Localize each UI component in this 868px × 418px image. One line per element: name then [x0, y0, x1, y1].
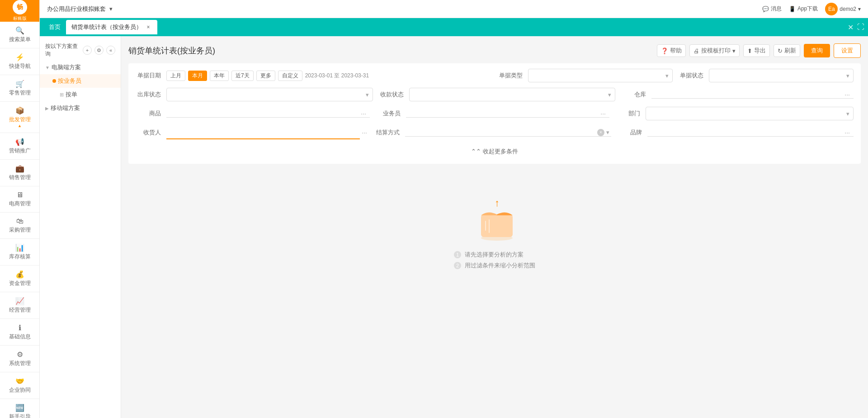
tree-child-by-staff[interactable]: 按业务员	[40, 74, 121, 88]
staff-dots-btn[interactable]: ···	[599, 110, 608, 117]
receiver-field-area: ···	[166, 126, 369, 139]
filter-row-4: 收货人 ··· 结算方式 × ▾ 品牌 ···	[136, 126, 854, 139]
filter-row-3: 商品 ··· 业务员 ··· 部门 ▾	[136, 107, 854, 120]
date-last-month-btn[interactable]: 上月	[166, 71, 185, 81]
tab-home-label: 首页	[49, 23, 61, 31]
sidebar-item-label: 采购管理	[2, 226, 38, 234]
empty-tips: 1 请先选择要分析的方案 2 用过滤条件来缩小分析范围	[454, 251, 535, 270]
receiver-dots-btn[interactable]: ···	[360, 129, 369, 136]
warehouse-dots-btn[interactable]: ···	[843, 91, 852, 98]
dept-select[interactable]: ▾	[646, 107, 854, 120]
tab-sales-stat-label: 销货单统计表（按业务员）	[71, 23, 142, 31]
breadcrumb-text: 办公用品行业模拟账套	[47, 5, 106, 13]
settlement-label: 结算方式	[374, 128, 400, 137]
sidebar-item-label: 营销推广	[2, 147, 38, 155]
sidebar-item-newguide[interactable]: 🆕 新手引导	[0, 399, 40, 418]
sidebar: 畅 标账版 🔍 搜索菜单 ⚡ 快捷导航 🛒 零售管理 📦 批发管理 ▲ 📢 营销…	[0, 0, 40, 418]
date-more-btn[interactable]: 更多	[256, 71, 275, 81]
collapse-panel-btn[interactable]: «	[106, 46, 115, 55]
help-btn[interactable]: ❓ 帮助	[657, 44, 686, 57]
tab-home[interactable]: 首页	[43, 20, 66, 34]
collapse-btn[interactable]: ⌃⌃ 收起更多条件	[136, 145, 854, 158]
doc-status-label: 单据状态	[678, 71, 703, 80]
settings-scheme-btn[interactable]: ⚙	[94, 46, 104, 55]
sidebar-item-purchase[interactable]: 🛍 采购管理	[0, 213, 40, 239]
add-scheme-btn[interactable]: +	[83, 46, 92, 55]
receipt-status-select[interactable]: ▾	[409, 88, 616, 101]
grid-icon: ⊞	[60, 92, 64, 98]
search-nav-icon: 🔍	[2, 26, 38, 35]
query-btn[interactable]: 查询	[804, 44, 830, 57]
date-this-month-btn[interactable]: 本月	[188, 71, 207, 81]
tab-sales-stat[interactable]: 销货单统计表（按业务员） ×	[66, 20, 157, 34]
sidebar-item-marketing[interactable]: 📢 营销推广	[0, 133, 40, 160]
goods-field-area: ···	[166, 110, 370, 118]
breadcrumb-dropdown[interactable]: ▾	[109, 5, 113, 12]
user-area[interactable]: Ea demo2 ▾	[825, 3, 861, 15]
goods-dots-btn[interactable]: ···	[359, 110, 368, 117]
marketing-icon: 📢	[2, 138, 38, 146]
settings-btn[interactable]: 设置	[834, 43, 861, 58]
refresh-btn[interactable]: ↻ 刷新	[774, 44, 800, 57]
sidebar-item-quicknav[interactable]: ⚡ 快捷导航	[0, 48, 40, 75]
settlement-field-area: × ▾	[405, 129, 611, 137]
empty-tip-1-text: 请先选择要分析的方案	[465, 251, 524, 259]
doc-type-select[interactable]: ▾	[528, 69, 673, 82]
sidebar-item-retail[interactable]: 🛒 零售管理	[0, 75, 40, 102]
logo-icon: 畅	[13, 0, 27, 14]
brand-field-area: ···	[647, 129, 854, 137]
date-this-year-btn[interactable]: 本年	[210, 71, 229, 81]
date-label: 单据日期	[136, 71, 161, 80]
tab-maximize-icon[interactable]: ⛶	[857, 23, 864, 31]
tab-close-window-icon[interactable]: ✕	[848, 23, 854, 32]
app-download-btn[interactable]: 📱 App下载	[789, 5, 818, 13]
top-bar-actions: 💬 消息 📱 App下载 Ea demo2 ▾	[762, 3, 861, 15]
brand-label: 品牌	[617, 128, 642, 137]
date-last7-btn[interactable]: 近7天	[231, 71, 254, 81]
tree-expand-icon: ▼	[45, 65, 50, 70]
newguide-icon: 🆕	[2, 404, 38, 412]
sidebar-item-sales[interactable]: 💼 销售管理	[0, 160, 40, 186]
enterprise-icon: 🤝	[2, 377, 38, 385]
tree-item-mobile[interactable]: ▶ 移动端方案	[40, 101, 121, 115]
export-btn[interactable]: ⬆ 导出	[743, 44, 770, 57]
out-status-select[interactable]: ▾	[166, 88, 373, 101]
page-actions: ❓ 帮助 🖨 按模板打印 ▾ ⬆ 导出 ↻ 刷新	[657, 43, 861, 58]
export-label: 导出	[754, 47, 766, 55]
svg-text:↑: ↑	[495, 197, 500, 209]
tab-close-icon[interactable]: ×	[145, 24, 152, 31]
receiver-input[interactable]	[166, 126, 360, 139]
filter-row-1: 单据日期 上月 本月 本年 近7天 更多 自定义 2023-03-01 至 20…	[136, 69, 854, 82]
inventory-icon: 📊	[2, 243, 38, 252]
tree-child-by-staff-label: 按业务员	[58, 77, 81, 85]
tree-grandchild-by-order[interactable]: ⊞ 按单	[40, 88, 121, 101]
print-btn[interactable]: 🖨 按模板打印 ▾	[689, 44, 740, 57]
doc-status-chevron-icon: ▾	[846, 72, 849, 79]
sidebar-item-label: 零售管理	[2, 89, 38, 97]
sidebar-item-search[interactable]: 🔍 搜索菜单	[0, 22, 40, 48]
settlement-chevron-icon: ▾	[606, 129, 609, 136]
sidebar-item-ecommerce[interactable]: 🖥 电商管理	[0, 186, 40, 213]
sidebar-item-operation[interactable]: 📈 经营管理	[0, 292, 40, 319]
sidebar-item-enterprise[interactable]: 🤝 企业协同	[0, 372, 40, 399]
sidebar-item-system[interactable]: ⚙ 系统管理	[0, 346, 40, 372]
sidebar-item-wholesale[interactable]: 📦 批发管理 ▲	[0, 102, 40, 133]
sidebar-item-label: 销售管理	[2, 174, 38, 181]
wholesale-icon: 📦	[2, 106, 38, 115]
settlement-clear-btn[interactable]: ×	[597, 129, 604, 136]
dept-label: 部门	[615, 109, 640, 118]
sidebar-item-inventory[interactable]: 📊 库存核算	[0, 239, 40, 266]
date-custom-btn[interactable]: 自定义	[278, 71, 302, 81]
sidebar-item-base[interactable]: ℹ 基础信息	[0, 319, 40, 346]
tip-num-1: 1	[454, 251, 461, 258]
sidebar-item-label: 快捷导航	[2, 62, 38, 70]
tree-item-pc[interactable]: ▼ 电脑端方案	[40, 61, 121, 74]
brand-dots-btn[interactable]: ···	[843, 129, 852, 136]
print-icon: 🖨	[693, 48, 699, 54]
message-btn[interactable]: 💬 消息	[762, 5, 782, 13]
help-label: 帮助	[670, 47, 682, 55]
doc-status-select[interactable]: ▾	[709, 69, 854, 82]
filter-row-2: 出库状态 ▾ 收款状态 ▾ 仓库 ···	[136, 88, 854, 101]
sidebar-item-label: 企业协同	[2, 386, 38, 394]
sidebar-item-finance[interactable]: 💰 资金管理	[0, 266, 40, 292]
